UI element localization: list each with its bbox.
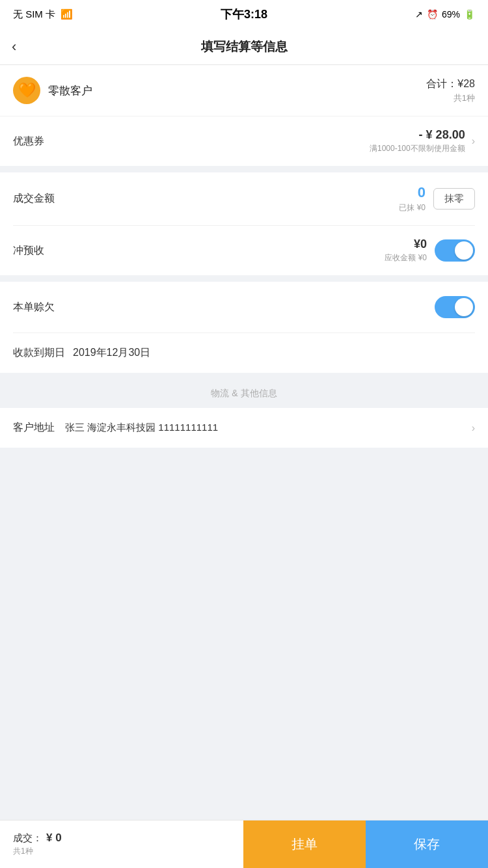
bottom-deal-row: 成交： ¥ 0 (13, 832, 230, 845)
location-icon: ↗ (415, 9, 423, 20)
round-off-button[interactable]: 抹零 (433, 188, 475, 210)
address-section: 客户地址 张三 海淀永丰科技园 11111111111 › (0, 408, 488, 448)
deal-amount-label: 成交金额 (13, 192, 55, 206)
debit-label: 本单赊欠 (13, 301, 55, 314)
avatar: 🧡 (13, 77, 40, 104)
customer-name: 零散客户 (48, 83, 92, 98)
customer-info: 🧡 零散客户 (13, 77, 92, 104)
coupon-right: - ¥ 28.00 满1000-100不限制使用金额 › (370, 128, 475, 154)
wifi-icon: 📶 (61, 8, 73, 20)
deal-value-block: 0 已抹 ¥0 (399, 184, 426, 213)
customer-total: 合计：¥28 共1种 (426, 77, 475, 104)
hang-button[interactable]: 挂单 (243, 821, 366, 869)
debit-toggle-bg (435, 296, 475, 318)
avatar-icon: 🧡 (18, 82, 36, 99)
due-date-value: 2019年12月30日 (73, 346, 150, 360)
prepayment-sub: 应收金额 ¥0 (385, 252, 427, 264)
deal-number: 0 (399, 184, 426, 201)
status-time: 下午3:18 (221, 7, 267, 22)
status-bar: 无 SIM 卡 📶 下午3:18 ↗ ⏰ 69% 🔋 (0, 0, 488, 29)
page-title: 填写结算等信息 (201, 38, 288, 55)
coupon-sub: 满1000-100不限制使用金额 (370, 143, 465, 154)
sim-status: 无 SIM 卡 (13, 8, 55, 21)
prepayment-toggle-knob (455, 241, 473, 260)
status-left: 无 SIM 卡 📶 (13, 8, 73, 21)
total-count: 共1种 (426, 92, 475, 104)
address-label: 客户地址 (13, 421, 59, 435)
deal-amount-row: 成交金额 0 已抹 ¥0 抹零 (13, 172, 475, 226)
battery-icon: 🔋 (464, 9, 475, 20)
customer-row: 🧡 零散客户 合计：¥28 共1种 (0, 65, 488, 116)
deal-section: 成交金额 0 已抹 ¥0 抹零 冲预收 ¥0 应收金额 ¥0 (0, 172, 488, 275)
bottom-bar: 成交： ¥ 0 共1种 挂单 保存 (0, 820, 488, 868)
due-date-row[interactable]: 收款到期日 2019年12月30日 (13, 333, 475, 373)
bottom-info: 成交： ¥ 0 共1种 (0, 832, 243, 857)
debit-toggle[interactable] (435, 296, 475, 318)
prepayment-toggle[interactable] (435, 239, 475, 262)
bottom-count: 共1种 (13, 846, 230, 857)
status-right: ↗ ⏰ 69% 🔋 (415, 9, 475, 20)
prepayment-value-block: ¥0 应收金额 ¥0 (385, 237, 427, 264)
coupon-label: 优惠券 (13, 135, 44, 148)
deal-amount-right: 0 已抹 ¥0 抹零 (399, 184, 475, 213)
prepayment-row: 冲预收 ¥0 应收金额 ¥0 (13, 226, 475, 275)
nav-bar: ‹ 填写结算等信息 (0, 29, 488, 65)
coupon-value: - ¥ 28.00 (370, 128, 465, 142)
battery-level: 69% (442, 9, 460, 20)
bottom-deal-label: 成交： (13, 832, 42, 845)
coupon-value-block: - ¥ 28.00 满1000-100不限制使用金额 (370, 128, 465, 154)
prepayment-right: ¥0 应收金额 ¥0 (385, 237, 475, 264)
coupon-row[interactable]: 优惠券 - ¥ 28.00 满1000-100不限制使用金额 › (0, 116, 488, 166)
prepayment-value: ¥0 (385, 237, 427, 251)
prepayment-toggle-bg (435, 239, 475, 262)
debit-toggle-knob (455, 298, 473, 316)
alarm-icon: ⏰ (427, 9, 438, 20)
prepayment-label: 冲预收 (13, 244, 44, 258)
bottom-deal-amount: ¥ 0 (46, 832, 62, 845)
debit-row: 本单赊欠 (13, 282, 475, 333)
debit-section: 本单赊欠 收款到期日 2019年12月30日 (0, 282, 488, 373)
customer-card: 🧡 零散客户 合计：¥28 共1种 优惠券 - ¥ 28.00 满1000-10… (0, 65, 488, 166)
address-value: 张三 海淀永丰科技园 11111111111 (65, 422, 472, 434)
logistics-label: 物流 & 其他信息 (211, 388, 277, 400)
back-button[interactable]: ‹ (12, 38, 16, 55)
address-row[interactable]: 客户地址 张三 海淀永丰科技园 11111111111 › (13, 408, 475, 448)
logistics-divider: 物流 & 其他信息 (0, 379, 488, 408)
address-chevron-icon: › (472, 422, 475, 434)
save-button[interactable]: 保存 (366, 821, 488, 869)
deal-sub: 已抹 ¥0 (399, 202, 426, 213)
total-amount: 合计：¥28 (426, 77, 475, 91)
due-date-label: 收款到期日 (13, 346, 65, 360)
coupon-chevron-icon: › (472, 135, 475, 147)
bottom-spacer (0, 454, 488, 513)
